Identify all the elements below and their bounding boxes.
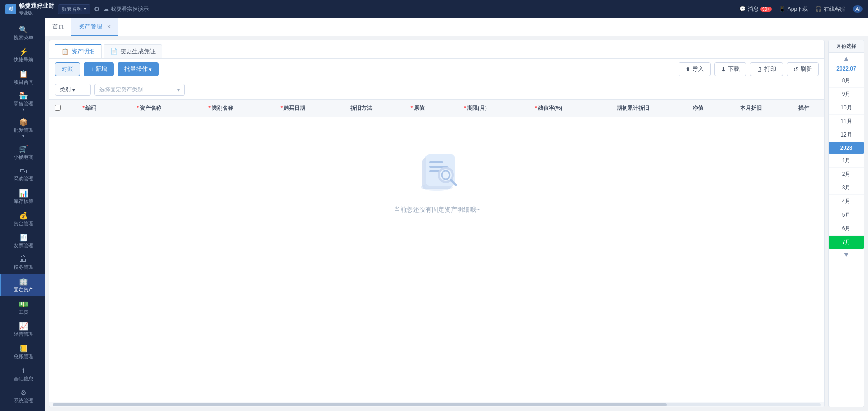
col-purchase-date: *购买日期 — [257, 100, 329, 117]
month-nav-down[interactable]: ▼ — [829, 249, 864, 260]
retail-icon: 🏪 — [19, 91, 28, 100]
col-monthly-depreciation: 本月折旧 — [718, 100, 783, 117]
month-1[interactable]: 1月 — [829, 154, 864, 168]
online-service-button[interactable]: 🎧 在线客服 — [815, 5, 845, 13]
month-7-current[interactable]: 7月 — [829, 236, 864, 249]
change-voucher-icon: 📄 — [110, 48, 118, 55]
tab-bar: 首页 资产管理 ✕ — [45, 18, 868, 36]
col-original-value: *原值 — [394, 100, 441, 117]
month-3[interactable]: 3月 — [829, 181, 864, 195]
month-nav-up[interactable]: ▲ — [829, 53, 864, 64]
reconcile-button[interactable]: 对账 — [55, 62, 80, 76]
month-10[interactable]: 10月 — [829, 101, 864, 115]
sidebar-label-tax: 税务管理 — [14, 265, 33, 270]
month-9[interactable]: 9月 — [829, 88, 864, 101]
category-input[interactable]: 选择固定资产类别 ▾ — [94, 84, 185, 96]
col-code: *编码 — [66, 100, 113, 117]
page-content: 📋 资产明细 📄 变更生成凭证 对账 + 新增 — [45, 36, 868, 411]
sidebar-label-search: 搜索菜单 — [14, 35, 33, 41]
brand-sub: 专业版 — [19, 10, 54, 16]
sidebar-item-system[interactable]: ⚙ 系统管理 — [0, 385, 45, 407]
operations-icon: 📈 — [19, 322, 28, 331]
sidebar-label-inventory: 库存核算 — [14, 198, 33, 204]
month-6[interactable]: 6月 — [829, 222, 864, 236]
category-filter[interactable]: 类别 ▾ — [55, 84, 91, 96]
sub-tab-asset-detail-label: 资产明细 — [71, 47, 95, 56]
sidebar-item-ecommerce[interactable]: 🛒 小畅电商 — [0, 142, 45, 164]
col-operation: 操作 — [783, 100, 824, 117]
sidebar-item-operations[interactable]: 📈 经营管理 — [0, 318, 45, 340]
add-button[interactable]: + 新增 — [84, 62, 114, 76]
sidebar-item-search[interactable]: 🔍 搜索菜单 — [0, 22, 45, 44]
demo-text: 我要看实例演示 — [111, 5, 149, 13]
reconcile-label: 对账 — [61, 65, 73, 73]
app-download-button[interactable]: 📱 App下载 — [779, 5, 808, 13]
asset-table: *编码 *资产名称 *类别名称 *购买日期 折旧方法 *原值 *期限(月) *残… — [49, 100, 824, 402]
topbar: 财 畅捷通好业财 专业版 账套名称 ▾ ⚙ ☁ 我要看实例演示 💬 消息 99+… — [0, 0, 868, 18]
sidebar-label-system: 系统管理 — [14, 398, 33, 404]
sidebar-item-general-ledger[interactable]: 📒 总账管理 — [0, 340, 45, 363]
message-icon: 💬 — [739, 6, 746, 12]
sidebar-item-purchase[interactable]: 🛍 采购管理 — [0, 164, 45, 185]
month-11[interactable]: 11月 — [829, 115, 864, 128]
print-button[interactable]: 🖨 打印 — [750, 62, 783, 76]
finance-icon: 💰 — [19, 211, 28, 220]
scroll-thumb — [53, 403, 667, 406]
sidebar-item-salary[interactable]: 💵 工资 — [0, 296, 45, 318]
month-5[interactable]: 5月 — [829, 208, 864, 222]
bottom-scrollbar[interactable] — [49, 402, 824, 407]
download-button[interactable]: ⬇ 下载 — [714, 62, 746, 76]
import-label: 导入 — [692, 65, 704, 73]
purchase-icon: 🛍 — [20, 167, 27, 175]
fixed-assets-icon: 🏢 — [19, 277, 28, 286]
headset-icon: 🎧 — [815, 6, 822, 12]
import-button[interactable]: ⬆ 导入 — [679, 62, 711, 76]
month-12[interactable]: 12月 — [829, 128, 864, 142]
month-4[interactable]: 4月 — [829, 195, 864, 208]
main-layout: 🔍 搜索菜单 ⚡ 快捷导航 📋 项目合同 🏪 零售管理 ▾ 📦 批发管理 ▾ 🛒… — [0, 18, 868, 411]
system-icon: ⚙ — [20, 388, 27, 397]
app-download-label: App下载 — [788, 5, 808, 13]
salary-icon: 💵 — [19, 300, 28, 308]
account-selector[interactable]: 账套名称 ▾ — [58, 4, 90, 14]
sidebar-item-wholesale[interactable]: 📦 批发管理 ▾ — [0, 115, 45, 142]
sidebar-item-finance[interactable]: 💰 资金管理 — [0, 208, 45, 230]
sidebar-item-retail[interactable]: 🏪 零售管理 ▾ — [0, 89, 45, 115]
brand-icon: 财 — [5, 4, 16, 14]
tab-home[interactable]: 首页 — [45, 18, 71, 36]
tab-asset-management-label: 资产管理 — [79, 23, 102, 31]
month-2[interactable]: 2月 — [829, 168, 864, 181]
sidebar-item-invoice[interactable]: 🧾 发票管理 — [0, 230, 45, 252]
col-period: *期限(月) — [441, 100, 509, 117]
sidebar-item-basic-info[interactable]: ℹ 基础信息 — [0, 363, 45, 385]
col-name: *资产名称 — [113, 100, 185, 117]
general-ledger-icon: 📒 — [19, 344, 28, 353]
category-chevron-icon: ▾ — [72, 87, 75, 93]
sidebar-label-basic-info: 基础信息 — [14, 376, 33, 382]
demo-link[interactable]: ☁ 我要看实例演示 — [104, 5, 149, 13]
sidebar-label-quick: 快捷导航 — [14, 57, 33, 63]
message-label: 消息 — [748, 5, 759, 13]
search-icon: 🔍 — [19, 25, 28, 34]
sidebar-item-inventory[interactable]: 📊 库存核算 — [0, 185, 45, 208]
sidebar-item-tax[interactable]: 🏛 税务管理 — [0, 252, 45, 274]
year-2022-label[interactable]: 2022.07 — [829, 64, 864, 74]
sidebar-item-quick[interactable]: ⚡ 快捷导航 — [0, 44, 45, 66]
tab-close-icon[interactable]: ✕ — [107, 24, 111, 30]
refresh-button[interactable]: ↺ 刷新 — [787, 62, 819, 76]
select-all-checkbox[interactable] — [55, 105, 61, 111]
message-button[interactable]: 💬 消息 99+ — [739, 5, 772, 13]
sub-tab-change-voucher[interactable]: 📄 变更生成凭证 — [104, 44, 162, 58]
batch-button[interactable]: 批量操作 ▾ — [118, 62, 159, 76]
sidebar-item-project[interactable]: 📋 项目合同 — [0, 66, 45, 88]
download-icon: ⬇ — [721, 66, 726, 73]
empty-state: 当前您还没有固定资产明细哦~ — [49, 117, 824, 241]
sub-tab-asset-detail[interactable]: 📋 资产明细 — [55, 44, 102, 58]
sidebar-item-fixed-assets[interactable]: 🏢 固定资产 — [0, 274, 45, 296]
svg-rect-4 — [429, 161, 443, 163]
service-label: 在线客服 — [824, 5, 845, 13]
settings-icon[interactable]: ⚙ — [94, 5, 100, 13]
tab-asset-management[interactable]: 资产管理 ✕ — [71, 18, 118, 36]
month-8[interactable]: 8月 — [829, 74, 864, 88]
year-2023-badge[interactable]: 2023 — [829, 142, 864, 154]
